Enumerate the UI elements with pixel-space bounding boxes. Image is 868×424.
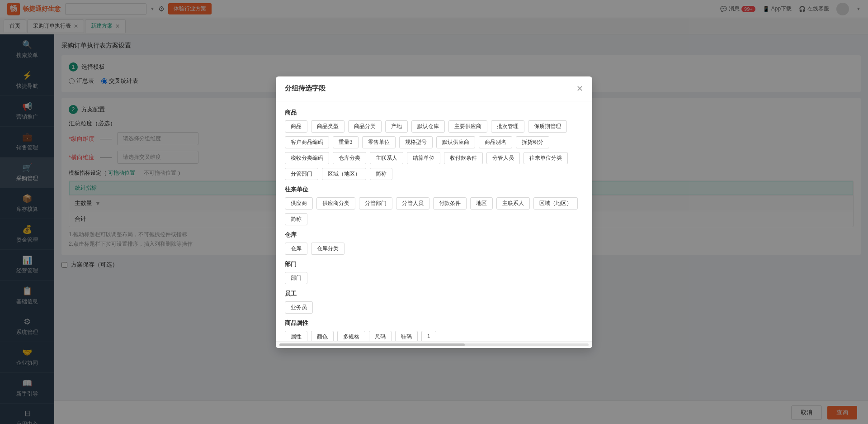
field-tag[interactable]: 拆货积分 xyxy=(516,136,549,148)
field-tag[interactable]: 多规格 xyxy=(337,331,365,342)
modal-close-button[interactable]: ✕ xyxy=(576,84,583,94)
field-tag[interactable]: 业务员 xyxy=(285,301,313,314)
modal-scrollbar-area xyxy=(276,341,592,348)
field-tag[interactable]: 商品 xyxy=(285,120,307,133)
field-grid-goods: 商品 商品类型 商品分类 产地 默认仓库 主要供应商 批次管理 保质期管理 客户… xyxy=(285,120,583,180)
field-tag[interactable]: 仓库分类 xyxy=(333,152,366,164)
field-tag[interactable]: 结算单位 xyxy=(407,152,440,164)
section-title-staff: 员工 xyxy=(285,290,583,298)
section-title-goods: 商品 xyxy=(285,109,583,117)
field-tag[interactable]: 保质期管理 xyxy=(528,120,567,133)
field-tag[interactable]: 税收分类编码 xyxy=(285,152,329,164)
field-grid-attributes: 属性 颜色 多规格 尺码 鞋码 1 xyxy=(285,331,583,342)
modal-overlay[interactable]: 分组待选字段 ✕ 商品 商品 商品类型 商品分类 产地 默认仓库 主要供应商 批… xyxy=(0,0,868,424)
field-tag[interactable]: 商品别名 xyxy=(479,136,512,148)
section-title-attributes: 商品属性 xyxy=(285,319,583,327)
section-title-warehouse: 仓库 xyxy=(285,231,583,239)
field-grid-department: 部门 xyxy=(285,272,583,284)
field-tag[interactable]: 分管人员 xyxy=(396,197,429,210)
horizontal-scrollbar-track[interactable] xyxy=(279,343,589,346)
field-tag[interactable]: 分管部门 xyxy=(359,197,392,210)
field-grid-warehouse: 仓库 仓库分类 xyxy=(285,243,583,255)
field-tag[interactable]: 供应商 xyxy=(285,197,313,210)
field-tag[interactable]: 区域（地区） xyxy=(533,197,578,210)
modal-header: 分组待选字段 ✕ xyxy=(276,76,592,101)
field-tag[interactable]: 主联系人 xyxy=(370,152,403,164)
field-tag[interactable]: 默认供应商 xyxy=(436,136,475,148)
field-tag[interactable]: 简称 xyxy=(370,168,392,180)
field-tag[interactable]: 仓库分类 xyxy=(311,243,344,255)
modal-title: 分组待选字段 xyxy=(285,84,326,93)
field-tag[interactable]: 批次管理 xyxy=(491,120,524,133)
field-tag[interactable]: 客户商品编码 xyxy=(285,136,329,148)
field-tag[interactable]: 零售单位 xyxy=(362,136,396,148)
field-tag[interactable]: 属性 xyxy=(285,331,307,342)
section-title-partner: 往来单位 xyxy=(285,186,583,194)
field-tag[interactable]: 分管部门 xyxy=(285,168,318,180)
field-tag[interactable]: 商品类型 xyxy=(311,120,344,133)
field-tag[interactable]: 区域（地区） xyxy=(322,168,366,180)
field-grid-partner: 供应商 供应商分类 分管部门 分管人员 付款条件 地区 主联系人 区域（地区） … xyxy=(285,197,583,225)
field-tag[interactable]: 重量3 xyxy=(333,136,359,148)
field-tag[interactable]: 付款条件 xyxy=(433,197,467,210)
field-tag[interactable]: 主联系人 xyxy=(496,197,530,210)
field-tag[interactable]: 地区 xyxy=(470,197,493,210)
field-tag[interactable]: 主要供应商 xyxy=(448,120,487,133)
modal-dialog: 分组待选字段 ✕ 商品 商品 商品类型 商品分类 产地 默认仓库 主要供应商 批… xyxy=(276,76,592,348)
section-title-department: 部门 xyxy=(285,260,583,268)
field-grid-staff: 业务员 xyxy=(285,301,583,314)
field-tag[interactable]: 鞋码 xyxy=(395,331,418,342)
field-tag[interactable]: 仓库 xyxy=(285,243,307,255)
horizontal-scrollbar-thumb[interactable] xyxy=(279,343,465,346)
field-tag[interactable]: 收付款条件 xyxy=(444,152,483,164)
field-tag[interactable]: 商品分类 xyxy=(348,120,382,133)
field-tag[interactable]: 分管人员 xyxy=(486,152,520,164)
field-tag[interactable]: 简称 xyxy=(285,213,307,225)
modal-body: 商品 商品 商品类型 商品分类 产地 默认仓库 主要供应商 批次管理 保质期管理… xyxy=(276,101,592,342)
field-tag[interactable]: 往来单位分类 xyxy=(524,152,568,164)
field-tag[interactable]: 部门 xyxy=(285,272,307,284)
field-tag[interactable]: 尺码 xyxy=(369,331,392,342)
field-tag[interactable]: 产地 xyxy=(385,120,408,133)
field-tag[interactable]: 1 xyxy=(421,331,436,342)
field-tag[interactable]: 默认仓库 xyxy=(411,120,445,133)
field-tag[interactable]: 颜色 xyxy=(311,331,334,342)
field-tag[interactable]: 供应商分类 xyxy=(316,197,355,210)
field-tag[interactable]: 规格型号 xyxy=(399,136,433,148)
